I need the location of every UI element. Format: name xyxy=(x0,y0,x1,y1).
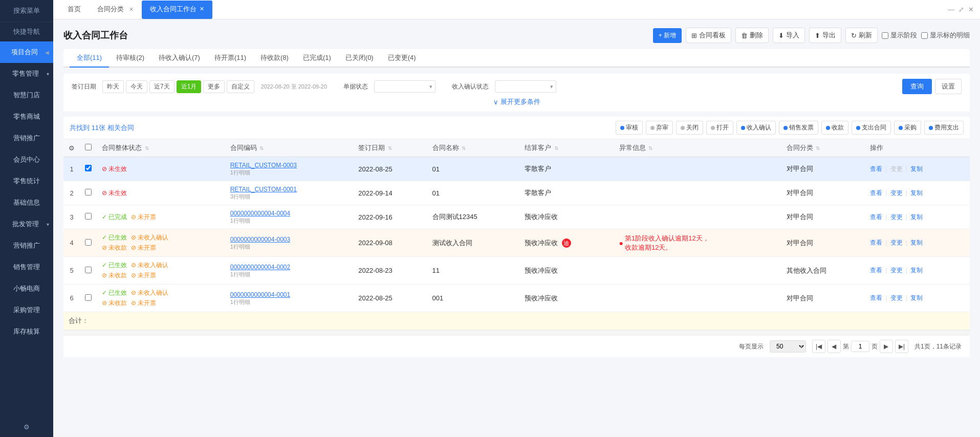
close-icon[interactable]: ✕ xyxy=(968,6,974,13)
date-btn-7days[interactable]: 近7天 xyxy=(149,80,175,93)
sidebar-item-smart-store[interactable]: 智慧门店 xyxy=(0,84,53,106)
status-tab-pending-invoice[interactable]: 待开票(11) xyxy=(207,49,253,68)
tab-income-contract[interactable]: 收入合同工作台 ✕ xyxy=(142,1,212,19)
view-link[interactable]: 查看 xyxy=(870,294,882,302)
sidebar-item-retail-mall[interactable]: 零售商城 xyxy=(0,106,53,127)
action-income-confirm[interactable]: 收入确认 xyxy=(736,121,776,135)
view-link[interactable]: 查看 xyxy=(870,238,882,247)
tab-close-income-contract[interactable]: ✕ xyxy=(200,6,204,12)
status-tab-all[interactable]: 全部(11) xyxy=(70,49,109,68)
action-review[interactable]: 审核 xyxy=(616,121,643,135)
last-page-btn[interactable]: ▶| xyxy=(895,340,908,353)
export-button[interactable]: ⬆ 导出 xyxy=(809,28,841,43)
action-print[interactable]: 打开 xyxy=(706,121,733,135)
expand-row[interactable]: ∨ 展开更多条件 xyxy=(72,97,962,106)
sidebar-search[interactable]: 搜索菜单 xyxy=(0,0,53,22)
income-confirm-select[interactable] xyxy=(495,80,556,93)
contract-board-button[interactable]: ⊞ 合同看板 xyxy=(686,28,731,43)
contract-code-link[interactable]: RETAIL_CUSTOM-0001 xyxy=(230,186,297,193)
first-page-btn[interactable]: |◀ xyxy=(812,340,825,353)
search-button[interactable]: 查询 xyxy=(902,79,932,94)
maximize-icon[interactable]: ⤢ xyxy=(959,6,964,13)
row-checkbox[interactable] xyxy=(80,257,97,285)
copy-link[interactable]: 复制 xyxy=(910,165,923,173)
date-btn-yesterday[interactable]: 昨天 xyxy=(102,80,124,93)
status-tab-pending-confirm[interactable]: 待收入确认(7) xyxy=(151,49,207,68)
copy-link[interactable]: 复制 xyxy=(910,294,923,302)
horizontal-scrollbar[interactable] xyxy=(63,330,970,335)
action-close[interactable]: 关闭 xyxy=(676,121,703,135)
contract-code-link[interactable]: 0000000000004-0004 xyxy=(230,210,290,217)
select-all-checkbox[interactable] xyxy=(85,144,92,150)
copy-link[interactable]: 复制 xyxy=(910,213,923,222)
action-purchase[interactable]: 采购 xyxy=(894,121,921,135)
action-expense-contract[interactable]: 支出合同 xyxy=(852,121,891,135)
status-tab-pending-review[interactable]: 待审核(2) xyxy=(109,49,151,68)
contract-code-link[interactable]: 0000000000004-0003 xyxy=(230,236,290,243)
status-tab-closed[interactable]: 已关闭(0) xyxy=(338,49,381,68)
contract-code-link[interactable]: 0000000000004-0001 xyxy=(230,291,290,298)
row-checkbox[interactable] xyxy=(80,205,97,229)
row-checkbox[interactable] xyxy=(80,157,97,181)
settings-col-header[interactable]: ⚙ xyxy=(63,139,80,157)
show-stages-checkbox[interactable]: 显示阶段 xyxy=(882,31,917,40)
action-abandon[interactable]: 弃审 xyxy=(646,121,673,135)
date-btn-1month[interactable]: 近1月 xyxy=(177,80,202,93)
refresh-button[interactable]: ↻ 刷新 xyxy=(845,28,878,43)
view-link[interactable]: 查看 xyxy=(870,266,882,275)
edit-link[interactable]: 变更 xyxy=(890,213,903,222)
date-btn-today[interactable]: 今天 xyxy=(126,80,147,93)
action-collect[interactable]: 收款 xyxy=(821,121,848,135)
sidebar-item-marketing2[interactable]: 营销推广 xyxy=(0,235,53,256)
minimize-icon[interactable]: — xyxy=(948,6,954,13)
edit-link[interactable]: 变更 xyxy=(890,189,903,198)
import-button[interactable]: ⬇ 导入 xyxy=(773,28,805,43)
sidebar-settings[interactable]: ⚙ xyxy=(0,417,53,437)
contract-code-link[interactable]: 0000000000004-0002 xyxy=(230,264,290,271)
doc-status-select[interactable] xyxy=(374,80,435,93)
view-link[interactable]: 查看 xyxy=(870,189,882,198)
action-expense-out[interactable]: 费用支出 xyxy=(924,121,964,135)
status-tab-changed[interactable]: 已变更(4) xyxy=(381,49,423,68)
sidebar-item-sales-mgmt[interactable]: 销售管理 xyxy=(0,256,53,278)
edit-link[interactable]: 变更 xyxy=(890,238,903,247)
delete-button[interactable]: 🗑 删除 xyxy=(735,28,769,43)
tab-home[interactable]: 首页 xyxy=(59,1,89,19)
view-link[interactable]: 查看 xyxy=(870,165,882,173)
action-sales-invoice[interactable]: 销售发票 xyxy=(779,121,818,135)
copy-link[interactable]: 复制 xyxy=(910,189,923,198)
show-details-checkbox[interactable]: 显示标的明细 xyxy=(921,31,970,40)
copy-link[interactable]: 复制 xyxy=(910,238,923,247)
sidebar-item-inventory[interactable]: 库存核算 xyxy=(0,321,53,342)
sidebar-item-basic-info[interactable]: 基础信息 xyxy=(0,192,53,213)
sidebar-item-retail-stats[interactable]: 零售统计 xyxy=(0,170,53,192)
settings-button[interactable]: 设置 xyxy=(935,79,962,94)
per-page-select[interactable]: 50 100 xyxy=(770,340,806,353)
row-checkbox[interactable] xyxy=(80,285,97,312)
sidebar-item-xiaochangec[interactable]: 小畅电商 xyxy=(0,278,53,299)
contract-code-link[interactable]: RETAIL_CUSTOM-0003 xyxy=(230,162,297,169)
next-page-btn[interactable]: ▶ xyxy=(880,340,893,353)
copy-link[interactable]: 复制 xyxy=(910,266,923,275)
tab-close-contract-category[interactable]: ✕ xyxy=(129,6,134,12)
sidebar-item-member-center[interactable]: 会员中心 xyxy=(0,149,53,170)
view-link[interactable]: 查看 xyxy=(870,213,882,222)
sidebar-item-project-contract[interactable]: 项目合同 ◀ xyxy=(0,41,53,63)
row-checkbox[interactable] xyxy=(80,181,97,205)
status-tab-pending-collect[interactable]: 待收款(8) xyxy=(253,49,296,68)
checkbox-col-header[interactable] xyxy=(80,139,97,157)
date-btn-more[interactable]: 更多 xyxy=(203,80,225,93)
page-input[interactable] xyxy=(851,341,869,352)
edit-link[interactable]: 变更 xyxy=(890,294,903,302)
edit-link[interactable]: 变更 xyxy=(890,266,903,275)
sidebar-item-purchase-mgmt[interactable]: 采购管理 xyxy=(0,299,53,321)
sidebar-item-retail-mgmt[interactable]: 零售管理 ▾ xyxy=(0,63,53,84)
sidebar-item-wholesale-mgmt[interactable]: 批发管理 ▾ xyxy=(0,213,53,235)
prev-page-btn[interactable]: ◀ xyxy=(827,340,841,353)
date-btn-custom[interactable]: 自定义 xyxy=(227,80,254,93)
sidebar-item-marketing[interactable]: 营销推广 xyxy=(0,127,53,149)
row-checkbox[interactable] xyxy=(80,229,97,257)
tab-contract-category[interactable]: 合同分类 ✕ xyxy=(89,1,142,19)
status-tab-completed[interactable]: 已完成(1) xyxy=(296,49,338,68)
add-button[interactable]: + 新增 xyxy=(653,28,682,43)
